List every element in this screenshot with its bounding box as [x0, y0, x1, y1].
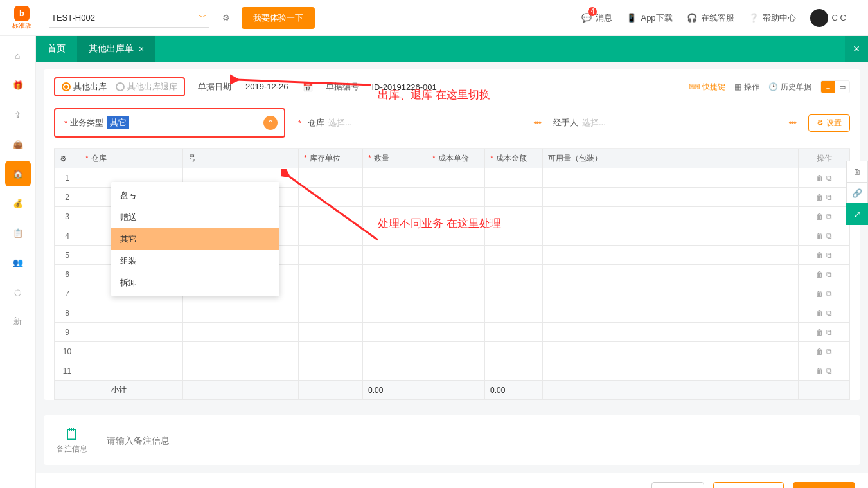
delete-icon[interactable]: 🗑: [816, 212, 824, 221]
table-row[interactable]: 10🗑 ⧉: [55, 342, 850, 361]
operate-button[interactable]: ▦ 操作: [734, 82, 759, 93]
table-row[interactable]: 9🗑 ⧉: [55, 323, 850, 342]
delete-icon[interactable]: 🗑: [816, 309, 824, 318]
history-button[interactable]: 🕑 历史单据: [768, 82, 811, 93]
delete-icon[interactable]: 🗑: [816, 366, 824, 375]
app-download-button[interactable]: 📱 App下载: [626, 12, 672, 24]
copy-icon[interactable]: ⧉: [826, 193, 832, 202]
shortcut-button[interactable]: ⌨ 快捷键: [689, 82, 725, 93]
dropdown-item[interactable]: 盘亏: [111, 185, 279, 206]
handler-label: 经手人: [553, 117, 578, 129]
col-code: 号: [183, 149, 299, 168]
more-icon[interactable]: •••: [788, 117, 795, 129]
radio-outbound-return[interactable]: 其他出库退库: [116, 81, 177, 93]
edition-label: 标准版: [8, 21, 36, 30]
delete-icon[interactable]: 🗑: [816, 289, 824, 298]
remark-card: 🗒 备注信息: [44, 415, 860, 465]
nav-home-icon[interactable]: ⌂: [5, 42, 31, 68]
save-draft-button[interactable]: 保存草稿: [713, 482, 784, 488]
copy-icon[interactable]: ⧉: [826, 174, 832, 183]
subtotal-row: 小计 0.00 0.00: [55, 381, 850, 400]
help-center-button[interactable]: ❔ 帮助中心: [748, 12, 796, 24]
more-icon[interactable]: •••: [533, 117, 540, 129]
message-label: 消息: [596, 12, 612, 24]
delete-icon[interactable]: 🗑: [816, 174, 824, 183]
table-row[interactable]: 11🗑 ⧉: [55, 361, 850, 381]
right-dock: 🗎 🔗 ⤢: [846, 161, 868, 224]
col-sku-unit: *库存单位: [299, 149, 363, 168]
form-card: 其他出库 其他出库退库 单据日期 2019-12-26 📅 单据编号 ID-20…: [44, 69, 860, 400]
table-row[interactable]: 8🗑 ⧉: [55, 303, 850, 323]
delete-icon[interactable]: 🗑: [816, 231, 824, 240]
dock-note-icon[interactable]: 🗎: [846, 161, 868, 183]
view-list-icon[interactable]: ≡: [821, 81, 835, 93]
messages-button[interactable]: 💬 4 消息: [581, 12, 612, 24]
delete-icon[interactable]: 🗑: [816, 251, 824, 260]
gear-icon[interactable]: ⚙: [222, 13, 230, 23]
calendar-icon[interactable]: 📅: [303, 82, 313, 92]
nav-gift-icon[interactable]: 🎁: [5, 72, 31, 98]
user-menu[interactable]: C C: [810, 9, 846, 27]
nav-new-icon[interactable]: 新: [5, 309, 31, 334]
headset-icon: 🎧: [687, 13, 697, 23]
tenant-value: TEST-H002: [51, 13, 95, 23]
discard-button[interactable]: 放弃: [651, 482, 704, 488]
dropdown-item[interactable]: 赠送: [111, 206, 279, 228]
dock-link-icon[interactable]: 🔗: [846, 182, 868, 204]
customer-service-button[interactable]: 🎧 在线客服: [687, 12, 734, 24]
nav-in-icon[interactable]: ⇪: [5, 102, 31, 127]
business-type-field[interactable]: * 业务类型 其它 ⌃: [54, 108, 285, 138]
chevron-down-icon: ﹀: [199, 12, 207, 23]
subtotal-amount: 0.00: [485, 381, 543, 400]
business-type-dropdown: 盘亏赠送其它组装拆卸: [111, 182, 279, 296]
dock-expand-icon[interactable]: ⤢: [846, 203, 868, 225]
view-toggle[interactable]: ≡ ▭: [820, 80, 850, 93]
dropdown-item[interactable]: 拆卸: [111, 272, 279, 294]
delete-icon[interactable]: 🗑: [816, 270, 824, 279]
chevron-up-icon[interactable]: ⌃: [263, 116, 278, 130]
try-button[interactable]: 我要体验一下: [242, 7, 315, 29]
save-button[interactable]: 保存▾: [793, 482, 855, 488]
message-badge: 4: [588, 7, 597, 16]
delete-icon[interactable]: 🗑: [816, 347, 824, 356]
dropdown-item[interactable]: 组装: [111, 250, 279, 272]
nav-clipboard-icon[interactable]: 📋: [5, 220, 31, 246]
copy-icon[interactable]: ⧉: [826, 366, 832, 375]
nav-finance-icon[interactable]: 💰: [5, 190, 31, 216]
help-icon: ❔: [748, 13, 759, 23]
settings-button[interactable]: ⚙ 设置: [808, 114, 850, 132]
copy-icon[interactable]: ⧉: [826, 328, 832, 337]
nav-settings-icon[interactable]: ◌: [5, 279, 31, 305]
copy-icon[interactable]: ⧉: [826, 289, 832, 298]
view-card-icon[interactable]: ▭: [835, 81, 849, 93]
user-name: C C: [832, 13, 846, 23]
delete-icon[interactable]: 🗑: [816, 193, 824, 202]
tabs-close-all[interactable]: ×: [845, 36, 868, 62]
logo: b 标准版: [8, 6, 36, 30]
delete-icon[interactable]: 🗑: [816, 328, 824, 337]
avatar-icon: [810, 9, 828, 27]
radio-outbound[interactable]: 其他出库: [62, 81, 107, 93]
bill-date-value[interactable]: 2019-12-26: [244, 80, 290, 93]
copy-icon[interactable]: ⧉: [826, 212, 832, 221]
remark-input[interactable]: [107, 435, 847, 446]
nav-contacts-icon[interactable]: 👥: [5, 249, 31, 275]
dropdown-item[interactable]: 其它: [111, 228, 279, 250]
handler-field[interactable]: 经手人 选择... •••: [553, 117, 795, 129]
col-cost-amount: *成本金额: [485, 149, 543, 168]
col-config-icon[interactable]: ⚙: [55, 149, 80, 168]
copy-icon[interactable]: ⧉: [826, 347, 832, 356]
tab-other-outbound[interactable]: 其他出库单 ×: [77, 36, 155, 62]
sidebar: ⌂ 🎁 ⇪ 👜 🏠 💰 📋 👥 ◌ 新: [0, 36, 36, 488]
copy-icon[interactable]: ⧉: [826, 270, 832, 279]
nav-warehouse-icon[interactable]: 🏠: [5, 161, 31, 186]
nav-bag-icon[interactable]: 👜: [5, 131, 31, 157]
col-unit-cost: *成本单价: [427, 149, 485, 168]
tab-home[interactable]: 首页: [36, 36, 77, 62]
copy-icon[interactable]: ⧉: [826, 231, 832, 240]
copy-icon[interactable]: ⧉: [826, 309, 832, 318]
copy-icon[interactable]: ⧉: [826, 251, 832, 260]
close-icon[interactable]: ×: [139, 44, 144, 54]
tenant-select[interactable]: TEST-H002 ﹀: [49, 8, 209, 28]
warehouse-field[interactable]: * 仓库 选择... •••: [298, 117, 540, 129]
